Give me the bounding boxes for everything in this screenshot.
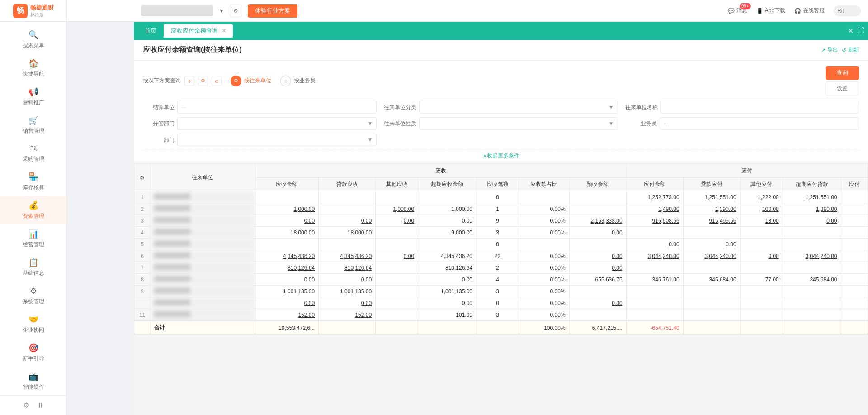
cell-ar-amount[interactable]: 810,126.64	[255, 262, 319, 274]
cell-ap-overdue[interactable]: 1,390.00	[783, 203, 841, 215]
sidebar-settings-icon[interactable]: ⚙	[23, 401, 29, 410]
cell-ap-amount[interactable]: 3,044,240.00	[626, 250, 683, 262]
query-type-partner-label[interactable]: 按往来单位	[244, 77, 271, 85]
cell-ar-other[interactable]	[376, 297, 418, 309]
cell-ar-loan[interactable]: 0.00	[319, 297, 376, 309]
tab-maximize-button[interactable]: ⛶	[857, 27, 864, 35]
cell-ap-amount[interactable]	[626, 262, 683, 274]
cell-ar-other[interactable]: 1,000.00	[376, 203, 418, 215]
cell-ap-amount[interactable]	[626, 309, 683, 321]
cell-ap-loan[interactable]	[683, 309, 740, 321]
cell-ar-amount[interactable]: 1,000.00	[255, 203, 319, 215]
cell-ar-prepay[interactable]	[569, 191, 626, 203]
cell-ap-loan[interactable]: 0.00	[683, 239, 740, 250]
settings-button[interactable]: 设置	[826, 81, 859, 95]
cell-ar-other[interactable]: 0.00	[376, 250, 418, 262]
cell-ap-amount[interactable]	[626, 227, 683, 239]
cell-ar-loan[interactable]: 0.00	[319, 215, 376, 227]
cell-ap-loan[interactable]: 1,390.00	[683, 203, 740, 215]
filter-salesperson-control[interactable]: ···	[660, 117, 859, 130]
cell-ar-other[interactable]	[376, 191, 418, 203]
cell-ap-overdue[interactable]: 3,044,240.00	[783, 250, 841, 262]
cell-ar-amount[interactable]: 0.00	[255, 215, 319, 227]
online-service-button[interactable]: 🎧 在线客服	[794, 7, 825, 14]
cell-ar-other[interactable]	[376, 286, 418, 297]
filter-add-button[interactable]: +	[184, 76, 194, 86]
cell-ap-amount[interactable]: 915,508.56	[626, 215, 683, 227]
cell-ap-loan[interactable]: 3,044,240.00	[683, 250, 740, 262]
tab-close-window-button[interactable]: ✕	[848, 27, 854, 35]
cell-ar-loan[interactable]	[319, 191, 376, 203]
topbar-settings-button[interactable]: ⚙	[230, 5, 242, 17]
cell-ar-prepay[interactable]	[569, 203, 626, 215]
cell-ar-other[interactable]	[376, 239, 418, 250]
cell-ap-loan[interactable]: 345,684.00	[683, 274, 740, 286]
sidebar-item-enterprise[interactable]: 🤝 企业协同	[0, 310, 66, 339]
cell-ap-loan[interactable]	[683, 262, 740, 274]
cell-ar-amount[interactable]: 1,001,135.00	[255, 286, 319, 297]
cell-ar-loan[interactable]: 1,001,135.00	[319, 286, 376, 297]
filter-partner-name-control[interactable]	[660, 101, 859, 114]
filter-collapse-button[interactable]: «	[212, 76, 222, 86]
cell-ap-overdue[interactable]: 1,251,551.00	[783, 191, 841, 203]
cell-ar-amount[interactable]: 4,345,436.20	[255, 250, 319, 262]
cell-ap-other[interactable]: 1,222.00	[740, 191, 783, 203]
cell-ap-amount[interactable]: 1,490.00	[626, 203, 683, 215]
cell-ar-prepay[interactable]: 2,153,333.00	[569, 215, 626, 227]
cell-ar-prepay[interactable]	[569, 239, 626, 250]
cell-ap-amount[interactable]	[626, 297, 683, 309]
cell-ap-other[interactable]: 13.00	[740, 215, 783, 227]
cell-ap-overdue[interactable]	[783, 239, 841, 250]
cell-ap-loan[interactable]	[683, 297, 740, 309]
tab-home[interactable]: 首页	[137, 24, 164, 38]
sidebar-item-search[interactable]: 🔍 搜索菜单	[0, 25, 66, 54]
cell-ar-prepay[interactable]: 0.00	[569, 250, 626, 262]
cell-ar-amount[interactable]: 18,000.00	[255, 227, 319, 239]
cell-ar-amount[interactable]: 0.00	[255, 274, 319, 286]
messages-button[interactable]: 💬 消息 99+	[728, 7, 747, 14]
cell-ar-other[interactable]	[376, 262, 418, 274]
sidebar-item-hardware[interactable]: 📺 智能硬件	[0, 367, 66, 395]
cell-ar-other[interactable]	[376, 227, 418, 239]
cell-ar-loan[interactable]: 0.00	[319, 274, 376, 286]
cell-ap-other[interactable]	[740, 309, 783, 321]
cell-ap-amount[interactable]: 0.00	[626, 239, 683, 250]
tab-close-button[interactable]: ×	[222, 27, 226, 34]
query-button[interactable]: 查询	[826, 66, 859, 80]
sidebar-item-system[interactable]: ⚙ 系统管理	[0, 281, 66, 310]
cell-ap-overdue[interactable]: 0.00	[783, 215, 841, 227]
app-download-button[interactable]: 📱 App下载	[756, 7, 785, 14]
filter-department-control[interactable]: ▼	[177, 134, 377, 146]
cell-ar-other[interactable]	[376, 274, 418, 286]
collapse-filter-button[interactable]: ∧ 收起更多条件	[143, 150, 859, 162]
sidebar-item-marketing[interactable]: 📢 营销推广	[0, 82, 66, 111]
cell-ap-overdue[interactable]	[783, 297, 841, 309]
cell-ap-overdue[interactable]	[783, 286, 841, 297]
cell-ap-other[interactable]	[740, 239, 783, 250]
cell-ap-overdue[interactable]	[783, 309, 841, 321]
cell-ap-overdue[interactable]	[783, 262, 841, 274]
table-settings-icon[interactable]: ⚙	[140, 175, 145, 181]
query-type-salesperson-label[interactable]: 按业务员	[294, 77, 316, 85]
cell-ar-loan[interactable]: 4,345,436.20	[319, 250, 376, 262]
cell-ap-other[interactable]	[740, 297, 783, 309]
cell-ar-loan[interactable]	[319, 203, 376, 215]
filter-partner-nature-control[interactable]: ▼	[419, 117, 618, 130]
cell-ap-amount[interactable]	[626, 286, 683, 297]
sidebar-item-inventory[interactable]: 🏪 库存核算	[0, 167, 66, 196]
industry-solution-button[interactable]: 体验行业方案	[248, 4, 297, 18]
cell-ap-other[interactable]: 100.00	[740, 203, 783, 215]
sidebar-item-sales[interactable]: 🛒 销售管理	[0, 111, 66, 139]
sidebar-item-operations[interactable]: 📊 经营管理	[0, 224, 66, 253]
cell-ap-loan[interactable]	[683, 286, 740, 297]
cell-ar-prepay[interactable]: 655,636.75	[569, 274, 626, 286]
user-avatar[interactable]: Rit	[834, 5, 861, 16]
filter-partner-name-input[interactable]	[665, 104, 855, 110]
cell-ar-prepay[interactable]: 0.00	[569, 262, 626, 274]
filter-settings-button[interactable]: ⚙	[198, 76, 208, 86]
sidebar-item-purchase[interactable]: 🛍 采购管理	[0, 139, 66, 167]
cell-ar-loan[interactable]: 152.00	[319, 309, 376, 321]
cell-ap-loan[interactable]	[683, 227, 740, 239]
refresh-button[interactable]: ↺ 刷新	[842, 46, 859, 54]
cell-ar-amount[interactable]	[255, 191, 319, 203]
